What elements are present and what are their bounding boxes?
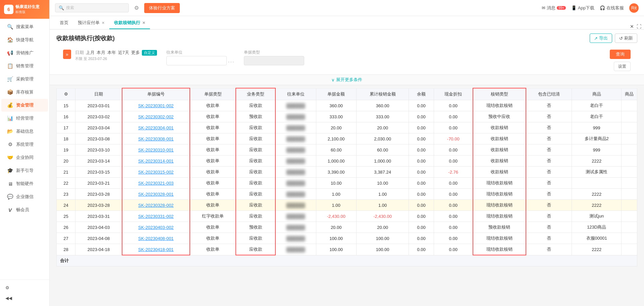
cell-seq: 18	[57, 133, 75, 144]
sidebar-item-hardware[interactable]: 🖥 智能硬件	[1, 177, 48, 190]
cell-amount: 3,390.00	[316, 167, 356, 178]
close-window-icon[interactable]: ✕	[630, 24, 634, 29]
purchase-icon: 🛒	[7, 76, 13, 82]
date-more[interactable]: 更多	[131, 50, 140, 56]
cell-cash-discount: 0.00	[434, 111, 473, 122]
query-button[interactable]: 查询	[610, 50, 631, 59]
avatar-text: Rit	[631, 5, 637, 10]
sidebar-item-system[interactable]: ⚙ 系统管理	[1, 138, 48, 151]
app-download-action[interactable]: 📱 App下载	[571, 5, 594, 11]
doc-no-link[interactable]: SK-20230302-002	[138, 114, 174, 119]
refresh-button[interactable]: ↺ 刷新	[615, 34, 637, 43]
cell-seq: 16	[57, 111, 75, 122]
doc-no-link[interactable]: SK-20230403-002	[138, 225, 174, 230]
cell-seq: 23	[57, 189, 75, 200]
cell-cumulative: 10.00	[356, 178, 409, 189]
date-custom-button[interactable]: 自定义	[142, 50, 157, 56]
tab-home[interactable]: 首页	[55, 17, 73, 29]
cell-biz-type: 应收款	[236, 133, 275, 144]
sidebar-item-search[interactable]: 🔍 搜索菜单	[1, 20, 48, 33]
sidebar-item-guide[interactable]: 🎓 新手引导	[1, 164, 48, 177]
cell-counterpart: ██████	[275, 156, 316, 167]
cell-seq: 26	[57, 222, 75, 233]
service-action[interactable]: 🎧 在线客服	[600, 5, 624, 11]
search-icon: 🔍	[59, 5, 64, 10]
sidebar-settings[interactable]: ⚙	[0, 283, 49, 293]
doc-no-link[interactable]: SK-20230314-001	[138, 159, 174, 164]
cell-doc-no: SK-20230314-001	[122, 156, 190, 167]
doc-no-link[interactable]: SK-20230408-001	[138, 236, 174, 241]
cell-doc-no: SK-20230418-001	[122, 244, 190, 255]
date-7days[interactable]: 近7天	[118, 50, 129, 56]
filter-toggle-button[interactable]: »	[63, 50, 71, 59]
cell-cumulative: 100.00	[356, 233, 409, 244]
cell-biz-type: 应收款	[236, 156, 275, 167]
doc-no-link[interactable]: SK-20230331-002	[138, 214, 174, 219]
cell-balance: 0.00	[409, 167, 434, 178]
cell-seq: 17	[57, 122, 75, 133]
doc-no-link[interactable]: SK-20230328-002	[138, 203, 174, 208]
receipt-type-select[interactable]	[244, 56, 304, 65]
sidebar-item-basic[interactable]: 📂 基础信息	[1, 125, 48, 138]
sidebar-item-sales[interactable]: 📋 销售管理	[1, 60, 48, 72]
counterpart-input[interactable]	[166, 56, 227, 65]
date-this-month[interactable]: 本月	[97, 50, 105, 56]
doc-no-link[interactable]: SK-20230301-002	[138, 103, 174, 108]
sidebar-item-label: 企业协同	[16, 155, 34, 161]
cell-date: 2023-03-15	[75, 167, 122, 178]
table-row: 18 2023-03-08 SK-20230308-001 收款单 应收款 ██…	[57, 133, 637, 144]
sidebar-item-wechat[interactable]: 💬 企业微信	[1, 190, 48, 203]
service-label: 在线客服	[606, 5, 624, 11]
message-action[interactable]: ✉ 消息 99+	[542, 5, 566, 11]
sidebar-item-inventory[interactable]: 📦 库存核算	[1, 86, 48, 99]
sidebar-collapse[interactable]: ◀◀	[0, 293, 49, 303]
sidebar-item-label: 新手引导	[16, 168, 34, 174]
experience-button[interactable]: 体验行业方案	[144, 3, 180, 13]
sidebar-item-finance[interactable]: 💰 资金管理	[1, 99, 48, 112]
sidebar-item-operations[interactable]: 📊 经营管理	[1, 112, 48, 125]
doc-no-link[interactable]: SK-20230310-001	[138, 147, 174, 152]
headset-icon: 🎧	[600, 5, 605, 10]
cell-doc-type: 收款单	[190, 244, 236, 255]
tab-collection[interactable]: 收款核销执行 ✕	[109, 17, 150, 29]
cell-balance: 0.00	[409, 178, 434, 189]
cell-doc-type: 收款单	[190, 133, 236, 144]
sidebar-item-member[interactable]: V 畅会员	[1, 203, 48, 216]
expand-more-bar[interactable]: ∨ 展开更多条件	[50, 75, 644, 85]
doc-no-link[interactable]: SK-20230321-003	[138, 181, 174, 186]
date-this-year[interactable]: 本年	[107, 50, 116, 56]
table-row: 20 2023-03-14 SK-20230314-001 收款单 应收款 ██…	[57, 156, 637, 167]
sidebar-item-marketing[interactable]: 📢 营销推广	[1, 47, 48, 59]
doc-no-link[interactable]: SK-20230328-001	[138, 192, 174, 197]
cell-product2	[622, 244, 637, 255]
cell-product2	[622, 122, 637, 133]
gear-icon[interactable]: ⚙	[134, 5, 139, 11]
cell-biz-type: 应收款	[236, 144, 275, 156]
doc-no-link[interactable]: SK-20230308-001	[138, 136, 174, 141]
sidebar-item-quicknav[interactable]: 🏠 快捷导航	[1, 34, 48, 46]
sidebar-item-enterprise[interactable]: 🤝 企业协同	[1, 151, 48, 164]
doc-no-link[interactable]: SK-20230418-001	[138, 247, 174, 252]
sidebar-item-label: 畅会员	[16, 207, 29, 213]
col-header-balance: 余额	[409, 88, 434, 100]
tab-preorder-close[interactable]: ✕	[102, 21, 105, 25]
sidebar-item-purchase[interactable]: 🛒 采购管理	[1, 73, 48, 85]
date-last-month[interactable]: 上月	[86, 50, 95, 56]
logo-icon: 6	[4, 5, 13, 14]
cell-counterpart: ██████	[275, 211, 316, 222]
tab-preorder[interactable]: 预计应付单 ✕	[73, 17, 109, 29]
sidebar: 6 畅康道好生意 标推版 🔍 搜索菜单 🏠 快捷导航 📢 营销推广 📋 销售管理…	[0, 0, 50, 306]
user-avatar[interactable]: Rit	[629, 3, 639, 13]
maximize-icon[interactable]: ⛶	[637, 24, 641, 29]
doc-no-link[interactable]: SK-20230304-001	[138, 125, 174, 130]
table-container: ⚙ 日期 单据编号 单据类型 业务类型 往来单位 单据金额 累计核销金额 余额 …	[50, 85, 644, 306]
doc-no-link[interactable]: SK-20230315-002	[138, 170, 174, 175]
cell-cancel-type: 收款核销	[473, 156, 526, 167]
search-box[interactable]: 🔍 搜索	[55, 3, 129, 12]
export-button[interactable]: ↗ 导出	[590, 34, 612, 43]
setting-button[interactable]: 设置	[614, 62, 631, 71]
cell-cumulative: 1.00	[356, 200, 409, 211]
tab-collection-close[interactable]: ✕	[142, 21, 145, 25]
col-header-settings[interactable]: ⚙	[57, 88, 75, 100]
cell-include-settled: 否	[526, 133, 572, 144]
